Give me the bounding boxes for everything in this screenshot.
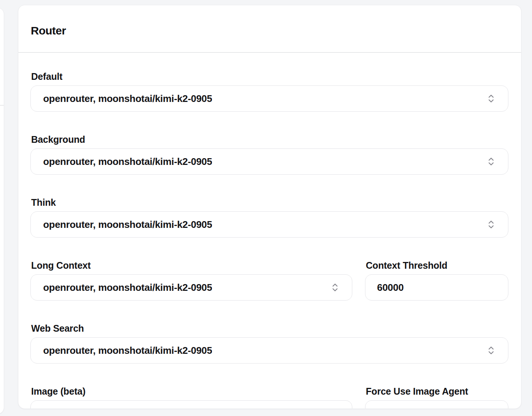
router-settings-card: Router Default openrouter, moonshotai/ki… [18,5,521,409]
think-model-select-value: openrouter, moonshotai/kimi-k2-0905 [43,219,212,230]
web-search-label: Web Search [30,323,508,334]
background-model-select-value: openrouter, moonshotai/kimi-k2-0905 [43,156,212,168]
default-model-select-value: openrouter, moonshotai/kimi-k2-0905 [43,93,212,105]
think-label: Think [30,197,508,208]
card-header: Router [18,5,521,53]
chevron-up-down-icon [332,409,338,409]
chevron-up-down-icon [332,283,338,292]
left-partial-card [0,7,4,414]
force-use-image-agent-input[interactable] [365,400,508,409]
chevron-up-down-icon [488,346,494,355]
force-use-image-agent-label: Force Use Image Agent [365,386,508,397]
field-default: Default openrouter, moonshotai/kimi-k2-0… [30,71,508,112]
default-model-select[interactable]: openrouter, moonshotai/kimi-k2-0905 [30,85,508,112]
context-threshold-input[interactable] [365,274,508,301]
background-model-select[interactable]: openrouter, moonshotai/kimi-k2-0905 [30,148,508,175]
field-force-use-image-agent: Force Use Image Agent [365,386,508,409]
context-threshold-label: Context Threshold [365,260,508,271]
field-web-search: Web Search openrouter, moonshotai/kimi-k… [30,323,508,364]
web-search-model-select[interactable]: openrouter, moonshotai/kimi-k2-0905 [30,337,508,364]
long-context-label: Long Context [30,260,352,271]
long-context-model-select[interactable]: openrouter, moonshotai/kimi-k2-0905 [30,274,352,301]
chevron-up-down-icon [488,94,494,103]
card-body: Default openrouter, moonshotai/kimi-k2-0… [18,53,521,409]
chevron-up-down-icon [488,220,494,229]
field-background: Background openrouter, moonshotai/kimi-k… [30,134,508,175]
chevron-up-down-icon [488,157,494,166]
row-long-context: Long Context openrouter, moonshotai/kimi… [30,260,508,301]
long-context-model-select-value: openrouter, moonshotai/kimi-k2-0905 [43,282,212,293]
image-model-select[interactable] [30,400,352,409]
field-long-context: Long Context openrouter, moonshotai/kimi… [30,260,352,301]
field-image: Image (beta) [30,386,352,409]
web-search-model-select-value: openrouter, moonshotai/kimi-k2-0905 [43,345,212,356]
row-image: Image (beta) Force Use Image Agent [30,386,508,409]
think-model-select[interactable]: openrouter, moonshotai/kimi-k2-0905 [30,211,508,238]
settings-page: Router Default openrouter, moonshotai/ki… [0,0,532,416]
page-title: Router [31,24,66,37]
field-think: Think openrouter, moonshotai/kimi-k2-090… [30,197,508,238]
field-context-threshold: Context Threshold [365,260,508,301]
image-label: Image (beta) [30,386,352,397]
default-label: Default [30,71,508,82]
background-label: Background [30,134,508,145]
left-partial-card-divider [0,105,4,106]
